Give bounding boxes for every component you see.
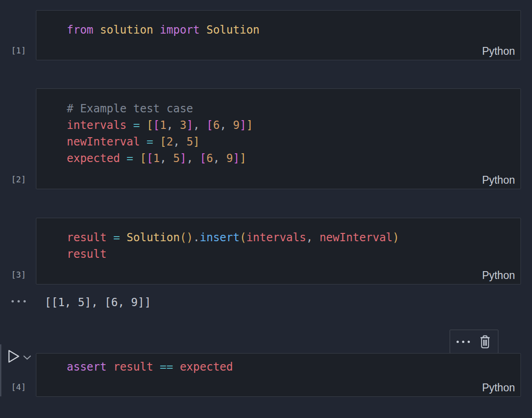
code-line[interactable]: intervals = [[1, 3], [6, 9]] [36, 117, 520, 134]
execution-count: [1] [11, 45, 39, 56]
notebook-cell-1[interactable]: from solution import Solution Python [36, 10, 521, 60]
code-line[interactable]: # Example test case [36, 100, 520, 117]
cell-language-label[interactable]: Python [482, 174, 515, 186]
code-line[interactable]: result = Solution().insert(intervals, ne… [36, 229, 520, 246]
trash-icon [480, 335, 491, 348]
notebook-cell-3[interactable]: result = Solution().insert(intervals, ne… [36, 218, 521, 284]
execution-count: [2] [11, 174, 39, 185]
ellipsis-icon [457, 341, 470, 343]
notebook-cell-2[interactable]: # Example test case intervals = [[1, 3],… [36, 88, 521, 189]
code-line[interactable]: newInterval = [2, 5] [36, 134, 520, 150]
code-line[interactable]: from solution import Solution [36, 22, 520, 38]
code-line[interactable]: expected = [[1, 5], [6, 9]] [36, 150, 520, 167]
code-line[interactable]: assert result == expected [36, 359, 520, 375]
cell-language-label[interactable]: Python [482, 382, 515, 394]
cell-toolbar [450, 330, 498, 354]
delete-cell-button[interactable] [474, 332, 496, 351]
notebook-cell-4[interactable]: assert result == expected Python [36, 353, 521, 397]
cell-output-text: [[1, 5], [6, 9]] [45, 294, 151, 311]
more-actions-button[interactable] [452, 332, 474, 351]
cell-language-label[interactable]: Python [482, 45, 515, 58]
execution-count: [3] [11, 269, 39, 280]
ellipsis-icon[interactable] [12, 300, 26, 302]
run-options-dropdown[interactable] [23, 354, 31, 362]
chevron-down-icon [23, 355, 31, 360]
code-line[interactable]: result [36, 246, 520, 262]
focused-cell-indicator [0, 344, 1, 396]
execution-count: [4] [11, 381, 39, 393]
notebook: from solution import Solution Python [1]… [0, 0, 532, 418]
cell-language-label[interactable]: Python [482, 269, 515, 282]
play-outline-icon [8, 349, 20, 363]
run-cell-button[interactable] [8, 349, 20, 365]
